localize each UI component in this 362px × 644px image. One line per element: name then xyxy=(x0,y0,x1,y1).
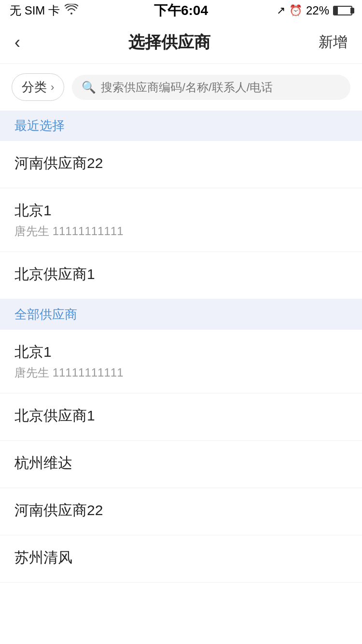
alarm-icon: ⏰ xyxy=(289,4,302,17)
wifi-icon xyxy=(65,4,78,17)
status-bar: 无 SIM 卡 下午6:04 ↗ ⏰ 22% xyxy=(0,0,362,21)
item-name: 杭州维达 xyxy=(14,453,348,473)
item-contact: 唐先生 11111111111 xyxy=(14,365,348,380)
list-item[interactable]: 杭州维达 xyxy=(0,441,362,488)
category-label: 分类 xyxy=(22,79,47,96)
item-name: 北京供应商1 xyxy=(14,265,348,284)
item-name: 北京供应商1 xyxy=(14,406,348,426)
item-name: 北京1 xyxy=(14,201,348,221)
battery-icon xyxy=(333,6,352,15)
filter-bar: 分类 › 🔍 xyxy=(0,64,362,111)
all-section-title: 全部供应商 xyxy=(14,307,77,322)
search-input[interactable] xyxy=(101,81,341,94)
all-section-header: 全部供应商 xyxy=(0,299,362,330)
item-name: 北京1 xyxy=(14,342,348,362)
back-button[interactable]: ‹ xyxy=(14,32,20,53)
list-item[interactable]: 北京供应商1 xyxy=(0,252,362,299)
item-name: 河南供应商22 xyxy=(14,501,348,520)
battery-text: 22% xyxy=(306,4,329,17)
recent-list: 河南供应商22 北京1 唐先生 11111111111北京供应商1 xyxy=(0,141,362,299)
list-item[interactable]: 北京供应商1 xyxy=(0,393,362,441)
carrier-text: 无 SIM 卡 xyxy=(10,3,60,18)
location-icon: ↗ xyxy=(277,4,285,17)
status-left: 无 SIM 卡 xyxy=(10,3,78,18)
list-item[interactable]: 北京1 唐先生 11111111111 xyxy=(0,188,362,252)
list-item[interactable]: 苏州清风 xyxy=(0,535,362,583)
chevron-right-icon: › xyxy=(51,81,54,94)
item-name: 苏州清风 xyxy=(14,548,348,568)
item-contact: 唐先生 11111111111 xyxy=(14,224,348,239)
page-title: 选择供应商 xyxy=(128,31,210,54)
list-item[interactable]: 河南供应商22 xyxy=(0,488,362,535)
recent-section-header: 最近选择 xyxy=(0,111,362,141)
nav-bar: ‹ 选择供应商 新增 xyxy=(0,21,362,64)
add-button[interactable]: 新增 xyxy=(319,32,348,52)
category-button[interactable]: 分类 › xyxy=(12,73,64,101)
all-list: 北京1 唐先生 11111111111北京供应商1 杭州维达 河南供应商22 苏… xyxy=(0,330,362,583)
list-item[interactable]: 河南供应商22 xyxy=(0,141,362,188)
recent-section-title: 最近选择 xyxy=(14,118,65,133)
item-name: 河南供应商22 xyxy=(14,154,348,173)
list-item[interactable]: 北京1 唐先生 11111111111 xyxy=(0,330,362,393)
search-box: 🔍 xyxy=(72,75,350,100)
status-right: ↗ ⏰ 22% xyxy=(277,4,352,17)
search-icon: 🔍 xyxy=(82,81,96,94)
status-time: 下午6:04 xyxy=(154,1,208,20)
